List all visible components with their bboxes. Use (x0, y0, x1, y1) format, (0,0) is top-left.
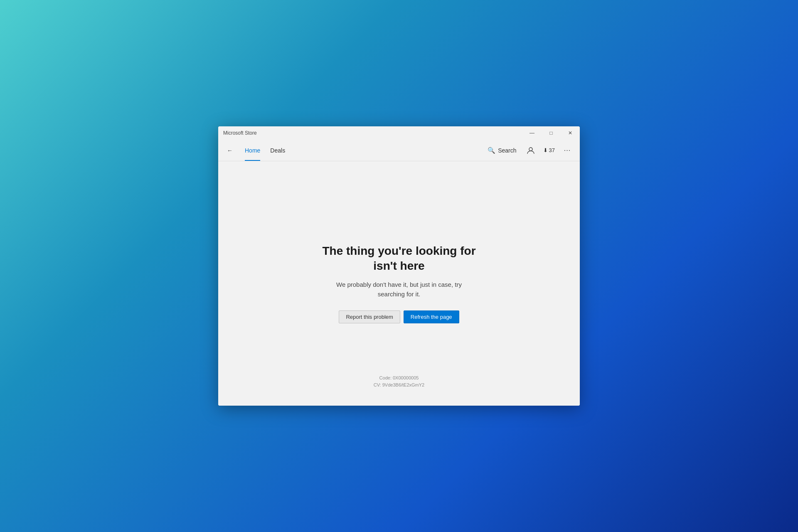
nav-right: 🔍 Search ⬇ 37 ··· (483, 143, 575, 158)
svg-point-0 (529, 148, 532, 151)
download-icon: ⬇ (543, 147, 548, 153)
minimize-button[interactable]: — (522, 126, 542, 140)
main-content: The thing you're looking forisn't here W… (218, 161, 580, 406)
error-subtitle: We probably don't have it, but just in c… (336, 280, 462, 299)
title-bar: Microsoft Store — □ ✕ (218, 126, 580, 140)
error-buttons: Report this problem Refresh the page (339, 310, 459, 323)
account-icon (527, 146, 535, 155)
account-button[interactable] (523, 143, 538, 158)
report-problem-button[interactable]: Report this problem (339, 310, 400, 323)
window-controls: — □ ✕ (522, 126, 580, 140)
refresh-page-button[interactable]: Refresh the page (404, 310, 459, 323)
app-window: Microsoft Store — □ ✕ ← Home Deals 🔍 Sea… (218, 126, 580, 406)
search-icon: 🔍 (488, 147, 495, 154)
search-button[interactable]: 🔍 Search (483, 145, 521, 156)
close-button[interactable]: ✕ (561, 126, 580, 140)
nav-bar: ← Home Deals 🔍 Search ⬇ 37 (218, 140, 580, 161)
error-title: The thing you're looking forisn't here (322, 244, 475, 274)
error-content: The thing you're looking forisn't here W… (322, 170, 475, 397)
downloads-button[interactable]: ⬇ 37 (540, 145, 558, 155)
more-button[interactable]: ··· (560, 143, 575, 158)
error-cv: CV: 9Vde3B6/tE2xGmY2 (322, 382, 475, 389)
error-codes: Code: 0X00000005 CV: 9Vde3B6/tE2xGmY2 (322, 374, 475, 389)
error-code: Code: 0X00000005 (322, 374, 475, 382)
nav-deals[interactable]: Deals (265, 140, 290, 161)
nav-home[interactable]: Home (240, 140, 265, 161)
back-button[interactable]: ← (223, 144, 236, 157)
maximize-button[interactable]: □ (542, 126, 561, 140)
nav-links: Home Deals (240, 140, 290, 161)
app-title: Microsoft Store (223, 130, 257, 136)
